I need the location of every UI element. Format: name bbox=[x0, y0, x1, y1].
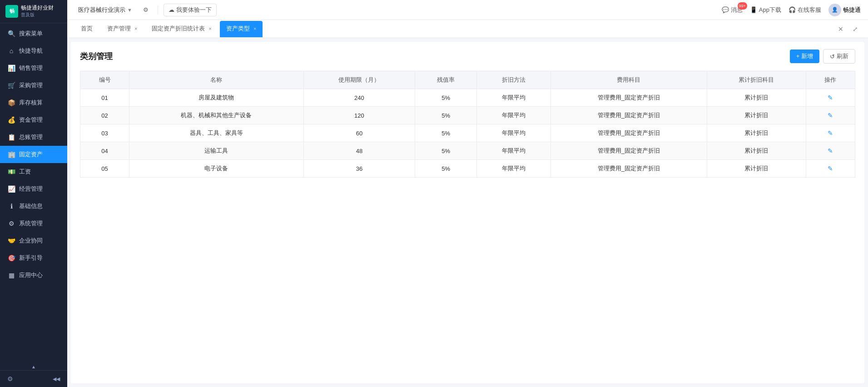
cloud-icon: ☁ bbox=[169, 6, 174, 13]
cell-action[interactable]: ✎ bbox=[806, 107, 855, 124]
asset-type-table: 编号 名称 使用期限（月） 残值率 折旧方法 费用科目 累计折旧科目 操作 01… bbox=[80, 71, 855, 178]
sidebar-nav: 🔍 搜索菜单 ⌂ 快捷导航 📊 销售管理 🛒 采购管理 📦 库存核算 💰 资金管… bbox=[0, 23, 67, 363]
sidebar-item-label-system: 系统管理 bbox=[19, 219, 43, 228]
sidebar-item-label-fixed-assets: 固定资产 bbox=[19, 150, 43, 159]
tab-asset-mgmt-label: 资产管理 bbox=[107, 25, 131, 33]
tab-asset-mgmt[interactable]: 资产管理 × bbox=[101, 21, 144, 37]
tab-depreciation-label: 固定资产折旧统计表 bbox=[152, 25, 205, 33]
cell-action[interactable]: ✎ bbox=[806, 142, 855, 160]
col-header-id: 编号 bbox=[80, 71, 129, 89]
cell-method: 年限平均 bbox=[476, 89, 551, 107]
sidebar-item-app-center[interactable]: ▦ 应用中心 bbox=[0, 267, 67, 284]
sidebar-item-ledger[interactable]: 📋 总账管理 bbox=[0, 129, 67, 146]
expand-window-icon[interactable]: ⤢ bbox=[850, 24, 861, 35]
col-header-period: 使用期限（月） bbox=[303, 71, 415, 89]
sidebar-item-label-payroll: 工资 bbox=[19, 168, 31, 176]
cell-id: 03 bbox=[80, 124, 129, 142]
cell-method: 年限平均 bbox=[476, 107, 551, 124]
table-header-row: 编号 名称 使用期限（月） 残值率 折旧方法 费用科目 累计折旧科目 操作 bbox=[80, 71, 855, 89]
sidebar-item-search[interactable]: 🔍 搜索菜单 bbox=[0, 25, 67, 42]
enterprise-icon: 🤝 bbox=[7, 237, 15, 245]
sidebar-item-enterprise[interactable]: 🤝 企业协同 bbox=[0, 232, 67, 249]
edit-icon[interactable]: ✎ bbox=[828, 165, 833, 172]
user-menu[interactable]: 👤 畅捷通 bbox=[828, 4, 861, 16]
sidebar-item-business-mgmt[interactable]: 📈 经营管理 bbox=[0, 180, 67, 198]
edit-icon[interactable]: ✎ bbox=[828, 94, 833, 101]
cell-expense: 管理费用_固定资产折旧 bbox=[551, 89, 707, 107]
cell-residual: 5% bbox=[415, 142, 477, 160]
edit-icon[interactable]: ✎ bbox=[828, 112, 833, 119]
headset-icon: 🎧 bbox=[789, 6, 796, 13]
online-service-button[interactable]: 🎧 在线客服 bbox=[789, 6, 821, 14]
page-title: 类别管理 bbox=[80, 51, 113, 62]
cell-residual: 5% bbox=[415, 160, 477, 178]
sidebar-item-system[interactable]: ⚙ 系统管理 bbox=[0, 215, 67, 232]
app-subtitle: 普及版 bbox=[21, 12, 54, 18]
tab-asset-type[interactable]: 资产类型 × bbox=[220, 21, 263, 37]
sidebar-item-label-business-mgmt: 经营管理 bbox=[19, 185, 43, 193]
col-header-residual: 残值率 bbox=[415, 71, 477, 89]
cell-name: 器具、工具、家具等 bbox=[129, 124, 303, 142]
company-name: 医疗器械行业演示 bbox=[78, 6, 125, 14]
col-header-name: 名称 bbox=[129, 71, 303, 89]
sales-icon: 📊 bbox=[7, 64, 15, 72]
sidebar-item-fixed-assets[interactable]: 🏢 固定资产 bbox=[0, 146, 67, 163]
cell-name: 电子设备 bbox=[129, 160, 303, 178]
edit-icon[interactable]: ✎ bbox=[828, 147, 833, 154]
tab-home-label: 首页 bbox=[81, 25, 93, 33]
sidebar-item-sales[interactable]: 📊 销售管理 bbox=[0, 60, 67, 77]
edit-icon[interactable]: ✎ bbox=[828, 129, 833, 137]
settings-footer-icon[interactable]: ⚙ bbox=[7, 375, 13, 382]
tab-depreciation-report[interactable]: 固定资产折旧统计表 × bbox=[145, 21, 218, 37]
refresh-button[interactable]: ↺ 刷新 bbox=[823, 49, 855, 64]
sidebar-item-purchase[interactable]: 🛒 采购管理 bbox=[0, 77, 67, 94]
sidebar-item-capital[interactable]: 💰 资金管理 bbox=[0, 111, 67, 129]
message-button[interactable]: 💬 消息 99+ bbox=[722, 6, 743, 14]
close-window-icon[interactable]: ✕ bbox=[835, 24, 846, 35]
scroll-up-arrow[interactable]: ▲ bbox=[0, 364, 67, 369]
tab-asset-mgmt-close[interactable]: × bbox=[134, 26, 137, 31]
sidebar-item-payroll[interactable]: 💵 工资 bbox=[0, 163, 67, 180]
table-row: 05 电子设备 36 5% 年限平均 管理费用_固定资产折旧 累计折旧 ✎ bbox=[80, 160, 855, 178]
sidebar-header: 畅 畅捷通好业财 普及版 bbox=[0, 0, 67, 23]
sidebar-item-basic-info[interactable]: ℹ 基础信息 bbox=[0, 198, 67, 215]
cell-id: 04 bbox=[80, 142, 129, 160]
system-icon: ⚙ bbox=[7, 219, 15, 228]
sidebar-item-quick-nav[interactable]: ⌂ 快捷导航 bbox=[0, 42, 67, 60]
dropdown-arrow-icon: ▼ bbox=[127, 7, 132, 13]
cell-action[interactable]: ✎ bbox=[806, 124, 855, 142]
cell-period: 240 bbox=[303, 89, 415, 107]
table-row: 01 房屋及建筑物 240 5% 年限平均 管理费用_固定资产折旧 累计折旧 ✎ bbox=[80, 89, 855, 107]
tab-home[interactable]: 首页 bbox=[74, 21, 99, 37]
cell-id: 01 bbox=[80, 89, 129, 107]
tabs-actions: ✕ ⤢ bbox=[835, 24, 861, 35]
app-logo: 畅 bbox=[5, 5, 18, 18]
experience-button[interactable]: ☁ 我要体验一下 bbox=[164, 4, 217, 16]
cell-action[interactable]: ✎ bbox=[806, 89, 855, 107]
refresh-icon: ↺ bbox=[830, 53, 835, 60]
cell-period: 36 bbox=[303, 160, 415, 178]
col-header-expense: 费用科目 bbox=[551, 71, 707, 89]
divider bbox=[158, 5, 158, 15]
avatar: 👤 bbox=[828, 4, 841, 16]
cell-action[interactable]: ✎ bbox=[806, 160, 855, 178]
tab-depreciation-close[interactable]: × bbox=[208, 26, 211, 31]
app-download-button[interactable]: 📱 App下载 bbox=[750, 6, 781, 14]
sidebar-item-inventory[interactable]: 📦 库存核算 bbox=[0, 94, 67, 111]
topbar-left: 医疗器械行业演示 ▼ ⚙ ☁ 我要体验一下 bbox=[74, 4, 716, 16]
sidebar-item-label-quick-nav: 快捷导航 bbox=[19, 47, 43, 55]
tab-asset-type-close[interactable]: × bbox=[253, 26, 256, 31]
download-icon: 📱 bbox=[750, 6, 757, 13]
new-button[interactable]: + 新增 bbox=[790, 50, 819, 63]
collapse-icon[interactable]: ◀◀ bbox=[53, 376, 60, 382]
company-selector[interactable]: 医疗器械行业演示 ▼ bbox=[74, 4, 136, 16]
quick-nav-icon: ⌂ bbox=[7, 47, 15, 55]
sidebar-item-guide[interactable]: 🎯 新手引导 bbox=[0, 249, 67, 267]
basic-info-icon: ℹ bbox=[7, 202, 15, 210]
main-area: 医疗器械行业演示 ▼ ⚙ ☁ 我要体验一下 💬 消息 99+ 📱 App下载 🎧 bbox=[67, 0, 868, 387]
sidebar-item-label-purchase: 采购管理 bbox=[19, 81, 43, 89]
sidebar-item-label-guide: 新手引导 bbox=[19, 254, 43, 262]
cell-period: 120 bbox=[303, 107, 415, 124]
company-settings-icon[interactable]: ⚙ bbox=[139, 4, 152, 16]
app-center-icon: ▦ bbox=[7, 271, 15, 279]
